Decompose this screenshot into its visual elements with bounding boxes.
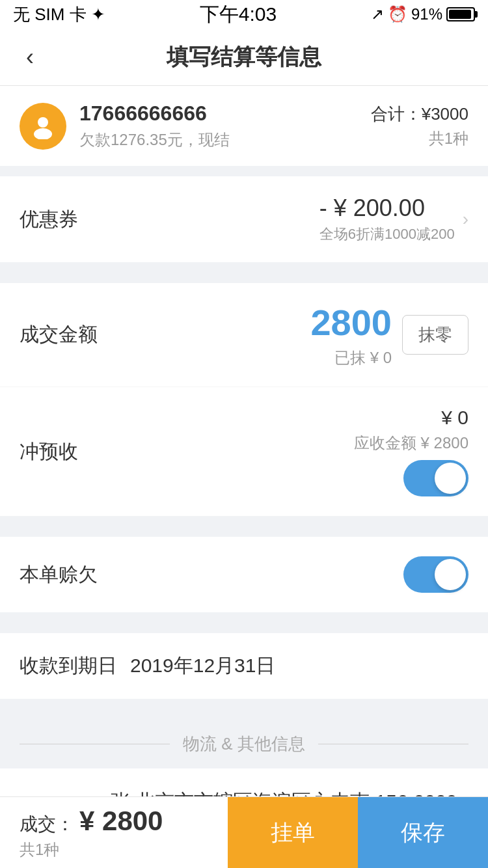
- sim-label: 无 SIM 卡 ✦: [13, 3, 105, 26]
- coupon-right: - ¥ 200.00 全场6折满1000减200 ›: [319, 195, 468, 244]
- prepayment-right: ¥ 0 应收金额 ¥ 2800: [354, 407, 468, 496]
- transaction-sub: 已抹 ¥ 0: [310, 347, 392, 368]
- battery-percent: 91%: [411, 5, 442, 23]
- svg-point-1: [34, 128, 52, 139]
- back-button[interactable]: ‹: [20, 37, 40, 77]
- bottom-bar: 成交： ¥ 2800 共1种 挂单 保存: [0, 796, 488, 868]
- logistics-line-left: [20, 744, 170, 744]
- alarm-icon: ⏰: [388, 5, 407, 23]
- prepayment-label: 冲预收: [20, 439, 78, 465]
- bottom-summary: 成交： ¥ 2800 共1种: [0, 806, 228, 860]
- bottom-count: 共1种: [20, 839, 208, 860]
- debt-label: 本单赊欠: [20, 562, 98, 588]
- save-button[interactable]: 保存: [358, 797, 488, 869]
- customer-info: 17666666666 欠款1276.35元，现结: [79, 102, 230, 150]
- customer-left: 17666666666 欠款1276.35元，现结: [20, 102, 230, 150]
- transaction-right: 2800 已抹 ¥ 0 抹零: [310, 301, 468, 368]
- coupon-row[interactable]: 优惠券 - ¥ 200.00 全场6折满1000减200 ›: [0, 176, 488, 262]
- debt-row: 本单赊欠: [0, 537, 488, 612]
- logistics-line-right: [318, 744, 468, 744]
- status-time: 下午4:03: [200, 1, 277, 28]
- toggle-knob: [435, 463, 466, 494]
- avatar: [20, 103, 66, 150]
- customer-debt: 欠款1276.35元，现结: [79, 129, 230, 150]
- page-title: 填写结算等信息: [167, 42, 321, 72]
- status-bar: 无 SIM 卡 ✦ 下午4:03 ↗ ⏰ 91%: [0, 0, 488, 29]
- nav-bar: ‹ 填写结算等信息: [0, 29, 488, 86]
- total-count: 共1种: [371, 128, 468, 149]
- customer-total: 合计：¥3000 共1种: [371, 103, 468, 149]
- coupon-label: 优惠券: [20, 206, 78, 233]
- coupon-desc: 全场6折满1000减200: [319, 224, 455, 244]
- section-divider-1: [0, 273, 488, 283]
- bottom-deal-amount: ¥ 2800: [79, 806, 163, 837]
- transaction-label: 成交金额: [20, 321, 98, 348]
- prepayment-row: 冲预收 ¥ 0 应收金额 ¥ 2800: [0, 387, 488, 516]
- coupon-amount: - ¥ 200.00: [319, 195, 455, 222]
- prepayment-toggle[interactable]: [403, 460, 468, 496]
- debt-toggle-knob: [435, 559, 466, 590]
- duedate-label: 收款到期日: [20, 653, 117, 679]
- direction-icon: ↗: [371, 5, 384, 23]
- hang-button[interactable]: 挂单: [228, 797, 358, 869]
- bottom-deal-label: 成交：: [20, 812, 74, 837]
- status-left: 无 SIM 卡 ✦: [13, 3, 105, 26]
- bottom-deal: 成交： ¥ 2800: [20, 806, 208, 837]
- section-divider-3: [0, 623, 488, 633]
- duedate-value: 2019年12月31日: [130, 653, 275, 679]
- debt-toggle[interactable]: [403, 556, 468, 593]
- coupon-chevron-icon: ›: [463, 209, 468, 230]
- status-right: ↗ ⏰ 91%: [371, 5, 475, 23]
- section-divider-4: [0, 709, 488, 720]
- logistics-header: 物流 & 其他信息: [0, 720, 488, 768]
- customer-phone: 17666666666: [79, 102, 230, 126]
- section-divider-2: [0, 526, 488, 537]
- logistics-title: 物流 & 其他信息: [183, 733, 305, 755]
- prepayment-amount: ¥ 0: [441, 407, 468, 429]
- customer-card: 17666666666 欠款1276.35元，现结 合计：¥3000 共1种: [0, 86, 488, 166]
- main-content: 17666666666 欠款1276.35元，现结 合计：¥3000 共1种 优…: [0, 86, 488, 868]
- prepayment-sub: 应收金额 ¥ 2800: [354, 433, 468, 454]
- duedate-row: 收款到期日 2019年12月31日: [0, 633, 488, 699]
- svg-point-0: [38, 117, 48, 128]
- smash-zero-button[interactable]: 抹零: [402, 315, 468, 355]
- total-label: 合计：¥3000: [371, 103, 468, 126]
- transaction-row: 成交金额 2800 已抹 ¥ 0 抹零: [0, 283, 488, 387]
- battery-icon: [446, 7, 475, 21]
- transaction-amount: 2800: [310, 301, 392, 344]
- transaction-section: 成交金额 2800 已抹 ¥ 0 抹零 冲预收 ¥ 0 应收金额 ¥ 2800: [0, 283, 488, 516]
